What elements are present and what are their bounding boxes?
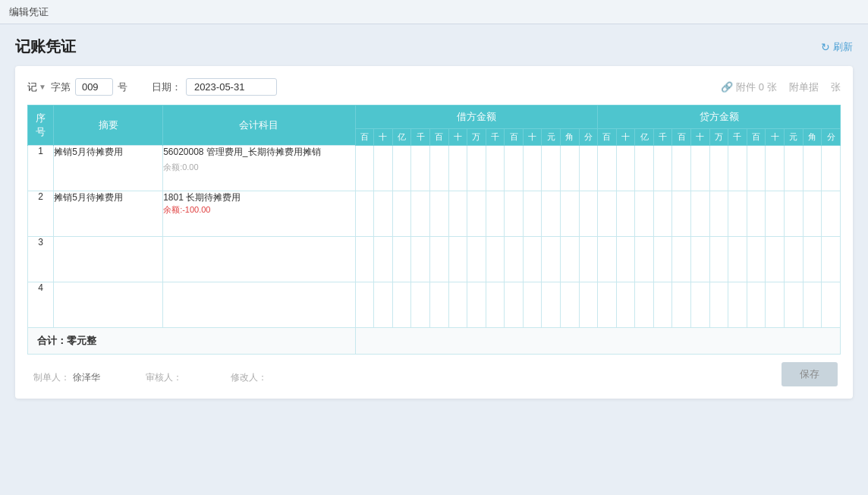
credit-cell[interactable] [598, 146, 617, 191]
credit-cell[interactable] [747, 282, 766, 328]
credit-cell[interactable] [822, 237, 841, 282]
credit-cell[interactable] [747, 237, 766, 282]
credit-cell[interactable] [803, 191, 822, 237]
credit-cell[interactable] [822, 191, 841, 237]
credit-cell[interactable] [766, 237, 785, 282]
table-row[interactable]: 4 [28, 282, 841, 328]
debit-cell[interactable] [505, 191, 524, 237]
cell-account[interactable] [163, 282, 356, 328]
debit-cell[interactable] [542, 282, 561, 328]
save-button[interactable]: 保存 [782, 362, 838, 386]
debit-cell[interactable] [486, 191, 505, 237]
debit-cell[interactable] [392, 146, 411, 191]
credit-cell[interactable] [672, 237, 691, 282]
credit-cell[interactable] [616, 191, 635, 237]
cell-account[interactable] [163, 237, 356, 282]
debit-cell[interactable] [374, 237, 393, 282]
debit-cell[interactable] [411, 146, 430, 191]
debit-cell[interactable] [374, 282, 393, 328]
debit-cell[interactable] [411, 282, 430, 328]
debit-cell[interactable] [486, 146, 505, 191]
debit-cell[interactable] [392, 282, 411, 328]
credit-cell[interactable] [747, 146, 766, 191]
credit-cell[interactable] [653, 282, 672, 328]
credit-cell[interactable] [672, 146, 691, 191]
debit-cell[interactable] [523, 282, 542, 328]
cell-summary[interactable]: 摊销5月待摊费用 [54, 191, 163, 237]
debit-cell[interactable] [560, 237, 579, 282]
credit-cell[interactable] [784, 237, 803, 282]
debit-cell[interactable] [429, 146, 448, 191]
credit-cell[interactable] [728, 191, 747, 237]
fudanju-label[interactable]: 附单据 [789, 80, 819, 94]
credit-cell[interactable] [691, 146, 710, 191]
debit-cell[interactable] [429, 282, 448, 328]
credit-cell[interactable] [728, 282, 747, 328]
debit-cell[interactable] [448, 237, 467, 282]
debit-cell[interactable] [579, 146, 598, 191]
credit-cell[interactable] [747, 191, 766, 237]
debit-cell[interactable] [486, 237, 505, 282]
debit-cell[interactable] [560, 191, 579, 237]
date-input[interactable]: 2023-05-31 [186, 78, 277, 96]
credit-cell[interactable] [691, 282, 710, 328]
cell-summary[interactable] [54, 282, 163, 328]
credit-cell[interactable] [653, 146, 672, 191]
cell-summary[interactable] [54, 237, 163, 282]
debit-cell[interactable] [448, 191, 467, 237]
credit-cell[interactable] [728, 237, 747, 282]
debit-cell[interactable] [411, 237, 430, 282]
debit-cell[interactable] [467, 237, 486, 282]
debit-cell[interactable] [467, 282, 486, 328]
credit-cell[interactable] [803, 282, 822, 328]
debit-cell[interactable] [523, 146, 542, 191]
table-row[interactable]: 3 [28, 237, 841, 282]
credit-cell[interactable] [691, 191, 710, 237]
credit-cell[interactable] [616, 237, 635, 282]
debit-cell[interactable] [448, 146, 467, 191]
credit-cell[interactable] [653, 191, 672, 237]
table-row[interactable]: 2摊销5月待摊费用1801 长期待摊费用余额:-100.00 [28, 191, 841, 237]
debit-cell[interactable] [560, 146, 579, 191]
credit-cell[interactable] [803, 237, 822, 282]
debit-cell[interactable] [355, 191, 374, 237]
credit-cell[interactable] [598, 237, 617, 282]
credit-cell[interactable] [766, 146, 785, 191]
credit-cell[interactable] [691, 237, 710, 282]
debit-cell[interactable] [505, 237, 524, 282]
credit-cell[interactable] [784, 191, 803, 237]
debit-cell[interactable] [523, 191, 542, 237]
credit-cell[interactable] [709, 237, 728, 282]
table-row[interactable]: 1摊销5月待摊费用56020008 管理费用_长期待摊费用摊销余额:0.00 [28, 146, 841, 191]
credit-cell[interactable] [766, 282, 785, 328]
cell-summary[interactable]: 摊销5月待摊费用 [54, 146, 163, 191]
debit-cell[interactable] [505, 146, 524, 191]
debit-cell[interactable] [355, 146, 374, 191]
credit-cell[interactable] [598, 282, 617, 328]
debit-cell[interactable] [355, 237, 374, 282]
debit-cell[interactable] [448, 282, 467, 328]
credit-cell[interactable] [709, 282, 728, 328]
debit-cell[interactable] [523, 237, 542, 282]
debit-cell[interactable] [579, 282, 598, 328]
credit-cell[interactable] [635, 146, 654, 191]
debit-cell[interactable] [467, 146, 486, 191]
credit-cell[interactable] [672, 282, 691, 328]
refresh-button[interactable]: ↻ 刷新 [821, 40, 853, 54]
credit-cell[interactable] [616, 282, 635, 328]
debit-cell[interactable] [560, 282, 579, 328]
credit-cell[interactable] [616, 146, 635, 191]
debit-cell[interactable] [411, 191, 430, 237]
credit-cell[interactable] [709, 146, 728, 191]
credit-cell[interactable] [803, 146, 822, 191]
debit-cell[interactable] [392, 237, 411, 282]
credit-cell[interactable] [784, 146, 803, 191]
credit-cell[interactable] [784, 282, 803, 328]
debit-cell[interactable] [467, 191, 486, 237]
credit-cell[interactable] [766, 191, 785, 237]
debit-cell[interactable] [374, 191, 393, 237]
credit-cell[interactable] [598, 191, 617, 237]
credit-cell[interactable] [653, 237, 672, 282]
credit-cell[interactable] [635, 191, 654, 237]
debit-cell[interactable] [392, 191, 411, 237]
